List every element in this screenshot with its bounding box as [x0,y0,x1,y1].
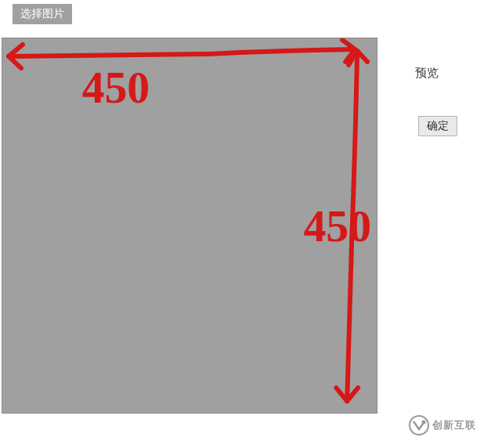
confirm-button[interactable]: 确定 [418,116,457,136]
preview-label: 预览 [415,66,439,81]
annotation-overlay: 450 450 [2,38,377,413]
height-annotation: 450 [303,201,371,251]
image-canvas[interactable]: 450 450 [2,38,377,414]
watermark-text: 创新互联 [432,418,476,432]
svg-point-1 [422,421,426,425]
width-annotation: 450 [82,63,150,112]
select-image-button[interactable]: 选择图片 [13,4,72,24]
logo-icon [409,415,429,435]
watermark: 创新互联 [409,415,476,435]
svg-point-0 [410,416,428,435]
